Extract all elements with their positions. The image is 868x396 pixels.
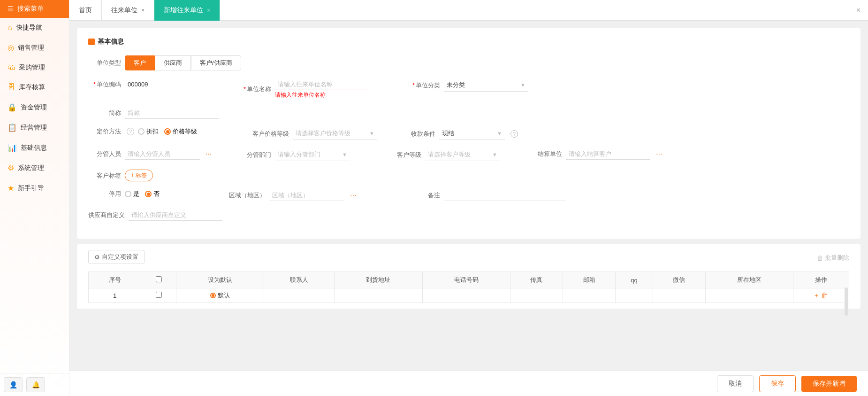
sidebar-item-purchase[interactable]: 🛍 采购管理	[0, 58, 69, 78]
tab-home[interactable]: 首页	[69, 0, 102, 21]
tab-counterparty[interactable]: 往来单位 ×	[102, 0, 154, 21]
unit-btn-supplier[interactable]: 供应商	[155, 55, 191, 70]
sidebar-item-quick-nav[interactable]: ⌂ 快捷导航	[0, 18, 69, 38]
chevron-down-icon: ▼	[520, 82, 525, 88]
pricing-group: 定价方法 ? 折扣 价格等级	[88, 127, 252, 136]
close-new-counterparty-tab[interactable]: ×	[207, 7, 210, 14]
disabled-region-row: 停用 是 否 区	[88, 190, 849, 201]
region-input[interactable]	[269, 190, 344, 201]
sidebar-item-basic-info[interactable]: 📊 基础信息	[0, 138, 69, 158]
unit-name-input[interactable]	[275, 79, 369, 90]
radio-circle-discount	[138, 128, 145, 135]
cell-email[interactable]	[563, 288, 616, 303]
customer-level-label: 客户等级	[388, 151, 421, 159]
settlement-more-button[interactable]: ···	[656, 150, 662, 158]
short-name-label: 简称	[88, 109, 121, 117]
delete-row-button[interactable]: 🗑	[821, 292, 828, 299]
save-button[interactable]: 保存	[759, 375, 796, 392]
disabled-group: 停用 是 否	[88, 190, 229, 198]
sidebar-item-label: 系统管理	[18, 164, 44, 172]
unit-name-group: *单位名称 请输入往来单位名称	[238, 79, 388, 99]
unit-code-label: *单位编码	[88, 80, 121, 89]
sidebar-item-sales[interactable]: ◎ 销售管理	[0, 38, 69, 58]
row-checkbox[interactable]	[156, 292, 162, 298]
cell-fax[interactable]	[510, 288, 563, 303]
main-area: 首页 往来单位 × 新增往来单位 × × 基本信息 单位类型 客户	[69, 0, 868, 396]
batch-delete-label[interactable]: 批量删除	[825, 254, 849, 262]
cell-phone[interactable]	[422, 288, 510, 303]
cell-qq[interactable]	[616, 288, 653, 303]
sidebar-item-finance[interactable]: 🔒 资金管理	[0, 97, 69, 117]
cell-checkbox[interactable]	[141, 288, 176, 303]
unit-btn-customer[interactable]: 客户	[125, 55, 155, 70]
cell-contact[interactable]	[264, 288, 335, 303]
pricing-help-icon[interactable]: ?	[127, 128, 134, 135]
disabled-radio-yes[interactable]: 是	[125, 190, 139, 198]
sidebar-item-guide[interactable]: ★ 新手引导	[0, 178, 69, 198]
tags-label: 客户标签	[88, 171, 121, 180]
default-radio[interactable]	[210, 293, 216, 298]
cell-region[interactable]	[705, 288, 793, 303]
col-wechat: 微信	[653, 272, 705, 288]
pricing-label: 定价方法	[88, 127, 121, 136]
tab-home-label: 首页	[79, 6, 92, 15]
scrollbar[interactable]	[845, 287, 848, 316]
pricing-radio-discount[interactable]: 折扣	[138, 127, 159, 136]
contact-table: 序号 设为默认 联系人 到货地址 电话号码 传真 邮箱 qq 微信 所在地区 操…	[88, 272, 849, 303]
customer-level-select[interactable]: 请选择客户等级 ▼	[425, 148, 500, 161]
unit-code-group: *单位编码	[88, 79, 220, 90]
supplier-custom-input[interactable]	[129, 210, 222, 221]
notification-button[interactable]: 🔔	[26, 377, 45, 392]
supplier-custom-row: 供应商自定义	[88, 210, 849, 221]
manager-input[interactable]	[125, 148, 200, 160]
col-action: 操作	[793, 272, 849, 288]
sidebar-item-system[interactable]: ⚙ 系统管理	[0, 158, 69, 178]
region-more-button[interactable]: ···	[350, 191, 356, 200]
lock-icon: 🔒	[8, 103, 17, 112]
cancel-button[interactable]: 取消	[717, 375, 754, 392]
sidebar-item-operations[interactable]: 📋 经营管理	[0, 117, 69, 138]
manager-more-button[interactable]: ···	[206, 150, 212, 158]
cell-address[interactable]	[335, 288, 422, 303]
user-button[interactable]: 👤	[4, 377, 23, 392]
sidebar-item-inventory[interactable]: 🗄 库存核算	[0, 78, 69, 97]
unit-type-row: 单位类型 客户 供应商 客户/供应商	[88, 55, 849, 70]
customer-price-select[interactable]: 请选择客户价格等级 ▼	[293, 127, 377, 140]
payment-terms-select[interactable]: 现结 ▼	[439, 127, 505, 140]
settlement-input[interactable]	[566, 148, 650, 160]
close-counterparty-tab[interactable]: ×	[141, 7, 145, 14]
unit-category-select[interactable]: 未分类 ▼	[444, 79, 528, 92]
gear-icon: ⚙	[8, 163, 14, 172]
short-name-row: 简称	[88, 108, 849, 119]
home-icon: ⌂	[8, 23, 12, 32]
col-checkbox[interactable]	[141, 272, 176, 288]
unit-code-input[interactable]	[125, 79, 200, 90]
remarks-input[interactable]	[444, 190, 566, 201]
cell-default[interactable]: 默认	[176, 288, 264, 303]
col-contact: 联系人	[264, 272, 335, 288]
department-select[interactable]: 请输入分管部门 ▼	[275, 148, 350, 161]
cell-actions: + 🗑	[793, 288, 849, 303]
customer-level-placeholder: 请选择客户等级	[428, 150, 490, 159]
customize-settings-button[interactable]: ⚙ 自定义项设置	[88, 250, 145, 264]
customize-settings-label: 自定义项设置	[102, 253, 138, 261]
add-row-button[interactable]: +	[815, 292, 818, 299]
disabled-radio-no[interactable]: 否	[145, 190, 160, 198]
search-menu-button[interactable]: ☰ 搜索菜单	[0, 0, 69, 18]
radio-dot	[212, 294, 214, 297]
pricing-radio-price-level[interactable]: 价格等级	[164, 127, 197, 136]
save-and-new-button[interactable]: 保存并新增	[801, 376, 857, 392]
sidebar-bottom: 👤 🔔	[0, 373, 69, 396]
payment-terms-value: 现结	[442, 129, 495, 138]
search-icon: ☰	[8, 5, 14, 13]
section-icon	[88, 39, 95, 45]
add-tag-button[interactable]: + 标签	[125, 170, 153, 181]
select-all-checkbox[interactable]	[156, 276, 162, 282]
payment-terms-help-icon[interactable]: ?	[510, 130, 518, 138]
unit-btn-both[interactable]: 客户/供应商	[191, 55, 241, 70]
short-name-input[interactable]	[125, 108, 219, 119]
default-label: 默认	[218, 291, 230, 300]
cell-wechat[interactable]	[653, 288, 705, 303]
tab-new-counterparty[interactable]: 新增往来单位 ×	[154, 0, 220, 21]
close-all-tabs-button[interactable]: ×	[856, 6, 860, 15]
